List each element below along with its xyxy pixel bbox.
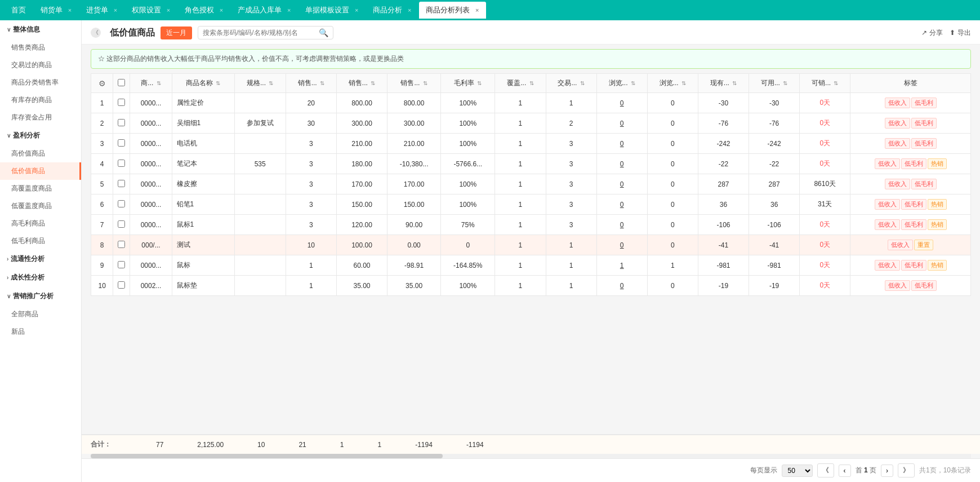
cell-browse1[interactable]: 0 bbox=[596, 276, 647, 296]
cell-checkbox[interactable] bbox=[113, 235, 130, 255]
col-tags[interactable]: 标签 bbox=[850, 74, 971, 93]
cell-checkbox[interactable] bbox=[113, 93, 130, 113]
cell-browse1[interactable]: 0 bbox=[596, 154, 647, 174]
cell-checkbox[interactable] bbox=[113, 134, 130, 154]
last-page-button[interactable]: 》 bbox=[898, 463, 915, 477]
nav-sales-close[interactable]: × bbox=[68, 7, 72, 14]
col-id[interactable]: 商... ⇅ bbox=[130, 74, 172, 93]
nav-purchase[interactable]: 进货单 × bbox=[79, 2, 124, 19]
sidebar-item-stocked-products[interactable]: 有库存的商品 bbox=[0, 91, 81, 109]
browse1-link[interactable]: 0 bbox=[620, 180, 624, 188]
nav-template-close[interactable]: × bbox=[355, 7, 358, 14]
cell-browse1[interactable]: 0 bbox=[596, 134, 647, 154]
search-input[interactable] bbox=[203, 29, 315, 37]
row-checkbox[interactable] bbox=[118, 160, 125, 167]
browse1-link[interactable]: 0 bbox=[620, 241, 624, 249]
next-page-button[interactable]: › bbox=[881, 465, 893, 477]
sidebar-section-growth[interactable]: › 成长性分析 bbox=[0, 268, 81, 287]
cell-browse1[interactable]: 0 bbox=[596, 93, 647, 113]
nav-home[interactable]: 首页 bbox=[5, 2, 33, 19]
share-button[interactable]: ↗ 分享 bbox=[921, 28, 943, 38]
col-coverage[interactable]: 覆盖... ⇅ bbox=[495, 74, 546, 93]
cell-checkbox[interactable] bbox=[113, 194, 130, 215]
sidebar-section-profit[interactable]: ∨ 盈利分析 bbox=[0, 126, 81, 145]
browse1-link[interactable]: 0 bbox=[620, 201, 624, 209]
col-browse2[interactable]: 浏览... ⇅ bbox=[647, 74, 698, 93]
col-spec[interactable]: 规格... ⇅ bbox=[234, 74, 286, 93]
sidebar-item-high-margin[interactable]: 高毛利商品 bbox=[0, 215, 81, 232]
cell-checkbox[interactable] bbox=[113, 255, 130, 276]
col-browse1[interactable]: 浏览... ⇅ bbox=[596, 74, 647, 93]
col-settings[interactable]: ⚙ bbox=[91, 74, 113, 93]
nav-analysis-list[interactable]: 商品分析列表 × bbox=[419, 2, 485, 19]
cell-checkbox[interactable] bbox=[113, 113, 130, 134]
col-usable[interactable]: 可用... ⇅ bbox=[749, 74, 800, 93]
sidebar-section-flow[interactable]: › 流通性分析 bbox=[0, 250, 81, 268]
nav-production-close[interactable]: × bbox=[287, 7, 291, 14]
nav-analysis-list-close[interactable]: × bbox=[475, 7, 479, 14]
col-sale3[interactable]: 销售... ⇅ bbox=[387, 74, 441, 93]
browse1-link[interactable]: 0 bbox=[620, 99, 624, 107]
sidebar-item-new-products[interactable]: 新品 bbox=[0, 323, 81, 341]
col-name[interactable]: 商品名称 ⇅ bbox=[172, 74, 234, 93]
collapse-sidebar-button[interactable]: 《 bbox=[91, 28, 101, 38]
export-button[interactable]: ⬆ 导出 bbox=[950, 28, 971, 38]
row-checkbox[interactable] bbox=[118, 99, 125, 106]
col-trade[interactable]: 交易... ⇅ bbox=[546, 74, 596, 93]
col-margin[interactable]: 毛利率 ⇅ bbox=[441, 74, 495, 93]
nav-roles[interactable]: 角色授权 × bbox=[178, 2, 230, 19]
nav-roles-close[interactable]: × bbox=[220, 7, 223, 14]
row-checkbox[interactable] bbox=[118, 200, 125, 207]
col-sale2[interactable]: 销售... ⇅ bbox=[336, 74, 387, 93]
sidebar-item-sales-products[interactable]: 销售类商品 bbox=[0, 39, 81, 56]
row-checkbox[interactable] bbox=[118, 241, 125, 248]
nav-analysis-close[interactable]: × bbox=[408, 7, 411, 14]
filter-period-button[interactable]: 近一月 bbox=[161, 26, 192, 39]
sidebar-item-stock-capital[interactable]: 库存资金占用 bbox=[0, 109, 81, 126]
cell-checkbox[interactable] bbox=[113, 276, 130, 296]
cell-browse1[interactable]: 0 bbox=[596, 235, 647, 255]
sidebar-item-all-products[interactable]: 全部商品 bbox=[0, 306, 81, 323]
row-checkbox[interactable] bbox=[118, 281, 125, 289]
nav-purchase-close[interactable]: × bbox=[114, 7, 117, 14]
browse1-link[interactable]: 0 bbox=[620, 282, 624, 290]
col-sellable[interactable]: 可销... ⇅ bbox=[800, 74, 850, 93]
row-checkbox[interactable] bbox=[118, 220, 125, 228]
row-checkbox[interactable] bbox=[118, 119, 125, 126]
sidebar-item-low-coverage[interactable]: 低覆盖度商品 bbox=[0, 197, 81, 215]
cell-checkbox[interactable] bbox=[113, 215, 130, 235]
row-checkbox[interactable] bbox=[118, 139, 125, 147]
nav-template[interactable]: 单据模板设置 × bbox=[299, 2, 365, 19]
sidebar-item-high-value[interactable]: 高价值商品 bbox=[0, 145, 81, 162]
prev-page-button[interactable]: ‹ bbox=[839, 465, 851, 477]
nav-sales[interactable]: 销货单 × bbox=[34, 2, 78, 19]
browse1-link[interactable]: 0 bbox=[620, 120, 624, 127]
cell-checkbox[interactable] bbox=[113, 174, 130, 194]
browse1-link[interactable]: 0 bbox=[620, 160, 624, 168]
nav-permissions[interactable]: 权限设置 × bbox=[125, 2, 177, 19]
sidebar-section-overview[interactable]: ∨ 整体信息 bbox=[0, 20, 81, 39]
sidebar-item-high-coverage[interactable]: 高覆盖度商品 bbox=[0, 180, 81, 197]
cell-browse1[interactable]: 0 bbox=[596, 174, 647, 194]
search-icon[interactable]: 🔍 bbox=[319, 28, 328, 37]
cell-browse1[interactable]: 1 bbox=[596, 255, 647, 276]
browse1-link[interactable]: 0 bbox=[620, 221, 624, 229]
cell-browse1[interactable]: 0 bbox=[596, 113, 647, 134]
col-checkbox[interactable] bbox=[113, 74, 130, 93]
nav-permissions-close[interactable]: × bbox=[167, 7, 170, 14]
col-sale1[interactable]: 销售... ⇅ bbox=[286, 74, 336, 93]
sidebar-section-marketing[interactable]: ∨ 营销推广分析 bbox=[0, 287, 81, 306]
row-checkbox[interactable] bbox=[118, 180, 125, 187]
col-current[interactable]: 现有... ⇅ bbox=[698, 74, 749, 93]
sidebar-item-low-margin[interactable]: 低毛利商品 bbox=[0, 232, 81, 250]
sidebar-item-low-value[interactable]: 低价值商品 bbox=[0, 162, 81, 180]
select-all-checkbox[interactable] bbox=[118, 79, 125, 86]
sidebar-item-category-sales[interactable]: 商品分类销售率 bbox=[0, 74, 81, 91]
cell-checkbox[interactable] bbox=[113, 154, 130, 174]
sidebar-item-traded-products[interactable]: 交易过的商品 bbox=[0, 56, 81, 74]
first-page-button[interactable]: 《 bbox=[817, 463, 834, 477]
browse1-link[interactable]: 1 bbox=[620, 262, 624, 269]
page-size-select[interactable]: 50 100 200 bbox=[782, 465, 813, 477]
cell-browse1[interactable]: 0 bbox=[596, 194, 647, 215]
nav-production[interactable]: 产成品入库单 × bbox=[231, 2, 297, 19]
